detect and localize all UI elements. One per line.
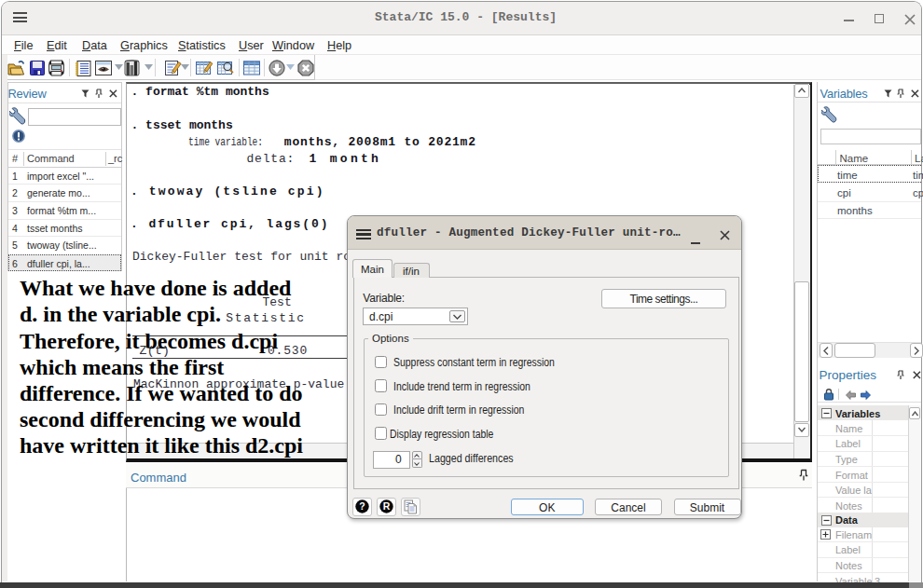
svg-text:?: ? — [359, 500, 365, 512]
svg-text:R: R — [382, 500, 390, 512]
